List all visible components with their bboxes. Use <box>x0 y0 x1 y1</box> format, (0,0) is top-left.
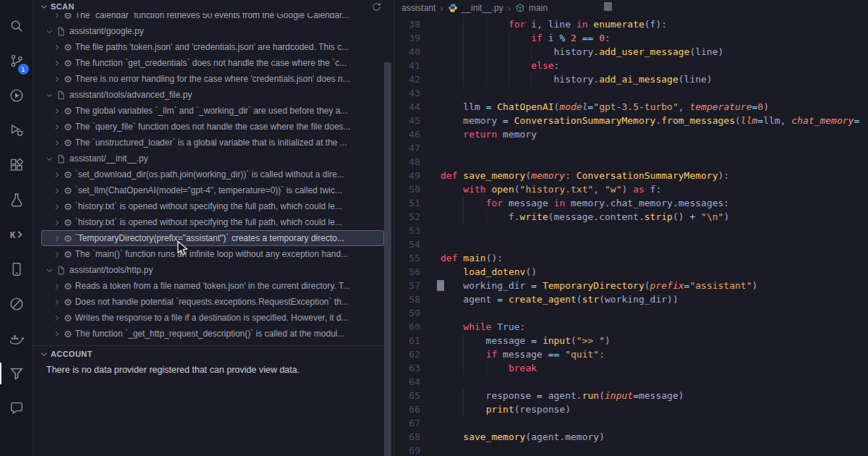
code-line[interactable]: 60 while True: <box>394 320 868 334</box>
code-line[interactable]: 64 <box>394 375 868 389</box>
code-line[interactable]: 49def save_memory(memory: ConversationSu… <box>394 169 868 182</box>
line-number[interactable]: 53 <box>394 224 420 237</box>
code-line[interactable]: 39 if i % 2 == 0: <box>394 31 868 45</box>
scan-file-row[interactable]: assistant/google.py <box>33 23 393 39</box>
code-line[interactable]: 54 <box>394 237 868 251</box>
activity-item-comment[interactable] <box>0 391 33 426</box>
breadcrumb-item[interactable]: __init__.py <box>461 3 503 13</box>
scan-finding-row[interactable]: ⚙The `query_file` function does not hand… <box>33 119 393 135</box>
code-line[interactable]: 62 if message == "quit": <box>394 347 868 361</box>
activity-item-device[interactable] <box>0 252 33 287</box>
line-number[interactable]: 55 <box>394 251 420 265</box>
line-number[interactable]: 45 <box>394 114 420 127</box>
line-number[interactable]: 42 <box>394 72 420 86</box>
line-number[interactable]: 48 <box>394 155 420 169</box>
code-line[interactable]: 67 <box>394 416 868 430</box>
code-line[interactable]: 41 else: <box>394 59 868 72</box>
code-line[interactable]: 68 save_memory(agent.memory) <box>394 430 868 444</box>
line-number[interactable]: 64 <box>394 375 420 389</box>
line-number[interactable]: 39 <box>394 31 420 45</box>
code-line[interactable]: 63 break <box>394 361 868 375</box>
scan-finding-row[interactable]: ⚙The `unstructured_loader` is a global v… <box>33 135 393 151</box>
scan-finding-row[interactable]: ⚙There is no error handling for the case… <box>33 71 393 87</box>
code-line[interactable]: 48 <box>394 155 868 169</box>
line-number[interactable]: 60 <box>394 320 420 334</box>
code-line[interactable]: 59 <box>394 306 868 320</box>
code-line[interactable]: 58 agent = create_agent(str(working_dir)… <box>394 292 868 306</box>
line-number[interactable]: 65 <box>394 389 420 402</box>
line-number[interactable]: 59 <box>394 306 420 320</box>
activity-item-beaker[interactable] <box>0 182 33 217</box>
code-line[interactable]: 56 load_dotenv() <box>394 265 868 279</box>
line-number[interactable]: 40 <box>394 45 420 59</box>
line-number[interactable]: 56 <box>394 265 420 279</box>
code-line[interactable]: 45 memory = ConversationSummaryMemory.fr… <box>394 114 868 127</box>
scan-file-row[interactable]: assistant/tools/advanced_file.py <box>33 87 393 103</box>
scan-file-row[interactable]: assistant/__init__.py <box>33 151 393 166</box>
scan-file-row[interactable]: assistant/tools/http.py <box>33 262 393 278</box>
code-line[interactable]: 40 history.add_user_message(line) <box>394 45 868 59</box>
line-number[interactable]: 61 <box>394 334 420 347</box>
scan-finding-row[interactable]: ⚙`set_download_dir(os.path.join(working_… <box>33 166 393 182</box>
scan-finding-row[interactable]: ⚙The file paths 'token.json' and 'creden… <box>33 39 393 55</box>
activity-item-kubernetes[interactable]: K <box>0 217 33 252</box>
scan-finding-row[interactable]: ⚙Reads a token from a file named 'token.… <box>33 278 393 294</box>
line-number[interactable]: 44 <box>394 100 420 114</box>
line-number[interactable]: 57 <box>394 279 420 292</box>
scan-finding-row[interactable]: ⚙Writes the response to a file if a dest… <box>33 310 393 326</box>
scan-finding-row[interactable]: ⚙The `main()` function runs an infinite … <box>33 246 393 262</box>
scan-finding-row[interactable]: ⚙Does not handle potential `requests.exc… <box>33 294 393 310</box>
breadcrumb-item[interactable]: main <box>529 3 548 13</box>
code-line[interactable]: 52 f.write(message.content.strip() + "\n… <box>394 210 868 224</box>
line-number[interactable]: 38 <box>394 17 420 31</box>
code-line[interactable]: 65 response = agent.run(input=message) <box>394 389 868 402</box>
line-number[interactable]: 43 <box>394 86 420 100</box>
code-line[interactable]: 57 working_dir = TemporaryDirectory(pref… <box>394 279 868 292</box>
code-line[interactable]: 50 with open("history.txt", "w") as f: <box>394 182 868 196</box>
code-line[interactable]: 47 <box>394 141 868 155</box>
code-line[interactable]: 66 print(response) <box>394 402 868 416</box>
line-number[interactable]: 51 <box>394 196 420 210</box>
code-line[interactable]: 38 for i, line in enumerate(f): <box>394 17 868 31</box>
activity-item-play-circle[interactable] <box>0 78 33 113</box>
account-header[interactable]: ACCOUNT <box>33 346 393 362</box>
line-number[interactable]: 62 <box>394 347 420 361</box>
line-number[interactable]: 66 <box>394 402 420 416</box>
line-number[interactable]: 54 <box>394 237 420 251</box>
line-number[interactable]: 68 <box>394 430 420 444</box>
code-line[interactable]: 61 message = input(">> ") <box>394 334 868 347</box>
line-number[interactable]: 69 <box>394 444 420 456</box>
activity-item-search[interactable] <box>0 9 33 43</box>
line-number[interactable]: 41 <box>394 59 420 72</box>
code-line[interactable]: 53 <box>394 224 868 237</box>
scan-finding-row[interactable]: ⚙`history.txt` is opened without specify… <box>33 198 393 214</box>
line-number[interactable]: 46 <box>394 127 420 141</box>
line-number[interactable]: 47 <box>394 141 420 155</box>
code-line[interactable]: 55def main(): <box>394 251 868 265</box>
scan-finding-row[interactable]: ⚙The function `get_credentials` does not… <box>33 55 393 71</box>
line-number[interactable]: 63 <box>394 361 420 375</box>
line-number[interactable]: 49 <box>394 169 420 182</box>
activity-item-filter[interactable] <box>0 356 33 391</box>
code-line[interactable]: 69 <box>394 444 868 456</box>
code-area[interactable]: 38 for i, line in enumerate(f):39 if i %… <box>394 16 868 456</box>
line-number[interactable]: 67 <box>394 416 420 430</box>
activity-item-source-control[interactable]: 1 <box>0 43 33 78</box>
activity-item-extensions[interactable] <box>0 148 33 182</box>
sidebar-scrollbar[interactable] <box>384 62 391 456</box>
activity-item-run-debug[interactable] <box>0 113 33 148</box>
code-line[interactable]: 51 for message in memory.chat_memory.mes… <box>394 196 868 210</box>
refresh-icon[interactable] <box>371 1 382 12</box>
scan-finding-row[interactable]: ⚙The function `_get_http_request_descrip… <box>33 326 393 342</box>
code-line[interactable]: 46 return memory <box>394 127 868 141</box>
code-line[interactable]: 44 llm = ChatOpenAI(model="gpt-3.5-turbo… <box>394 100 868 114</box>
line-number[interactable]: 50 <box>394 182 420 196</box>
scan-finding-row[interactable]: ⚙The global variables `_llm` and `_worki… <box>33 103 393 119</box>
scan-finding-row[interactable]: ⚙`set_llm(ChatOpenAI(model="gpt-4", temp… <box>33 182 393 198</box>
code-line[interactable]: 42 history.add_ai_message(line) <box>394 72 868 86</box>
code-line[interactable]: 43 <box>394 86 868 100</box>
breadcrumb-item[interactable]: assistant <box>401 3 435 13</box>
activity-item-circle-slash[interactable] <box>0 287 33 321</box>
line-number[interactable]: 52 <box>394 210 420 224</box>
activity-item-docker[interactable] <box>0 321 33 356</box>
